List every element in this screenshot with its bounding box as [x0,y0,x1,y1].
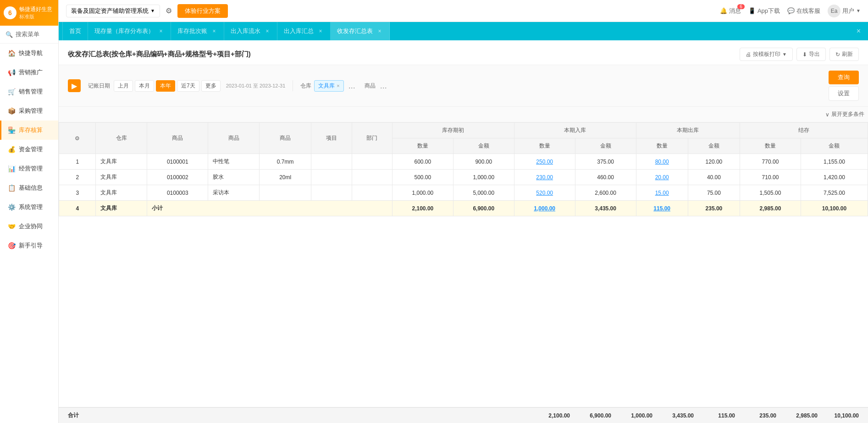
col-opening-qty-header: 数量 [392,138,453,154]
row3-out-qty[interactable]: 15.00 [636,185,688,201]
tab-receipt-summary[interactable]: 收发存汇总表 × [331,22,390,40]
export-icon: ⬇ [802,51,807,58]
inventory-icon: 🏪 [8,126,15,134]
sidebar-item-marketing[interactable]: 📢 营销推广 [0,63,58,82]
date-filter: 上月 本月 本年 近7天 更多 [114,80,221,92]
sidebar-item-base-info[interactable]: 📋 基础信息 [0,178,58,198]
total-balance-amt: 10,100.00 [822,412,863,419]
warehouse-filter-label: 仓库 [300,82,311,90]
tab-close-in-out-summary[interactable]: × [317,28,324,34]
sidebar-item-system[interactable]: ⚙️ 系统管理 [0,198,58,217]
expand-conditions-button[interactable]: ∨ 展开更多条件 [825,110,864,118]
download-icon: 📱 [748,7,756,14]
filter-bar: ▶ 记账日期 上月 本月 本年 近7天 更多 2023-01-01 至 2023… [59,65,868,107]
subtotal-in-qty[interactable]: 1,000.00 [514,201,575,216]
date-btn-last-month[interactable]: 上月 [114,80,133,92]
row2-project [311,170,352,185]
print-button[interactable]: 🖨 按模板打印 ▼ [740,48,793,61]
subtotal-opening-amt: 6,900.00 [453,201,514,216]
logo-icon: 6 [4,6,17,19]
user-chevron-icon: ▼ [856,8,861,13]
warehouse-tag-close[interactable]: × [337,83,339,88]
row2-name: 胶水 [208,170,260,185]
row2-opening-amt: 1,000.00 [453,170,514,185]
table-wrapper: ⚙ 仓库 商品 商品 商品 项目 部门 库存期初 本期入库 本期出库 结存 [59,122,868,407]
base-info-icon: 📋 [8,184,15,192]
table-settings-icon[interactable]: ⚙ [73,134,82,143]
trial-button[interactable]: 体验行业方案 [177,4,228,18]
bell-icon: 🔔 [720,7,727,14]
subtotal-warehouse: 文具库 [96,201,147,216]
warehouse-more-icon[interactable]: ... [347,81,357,91]
sidebar-item-operations[interactable]: 📊 经营管理 [0,159,58,178]
tab-stock-dist[interactable]: 现存量（库存分布表） × [88,22,171,40]
row2-in-qty[interactable]: 230.00 [514,170,575,185]
tab-home[interactable]: 首页 [62,22,88,40]
subtotal-opening-qty: 2,100.00 [392,201,453,216]
enterprise-icon: 🤝 [8,223,15,230]
goods-more-icon[interactable]: ... [378,81,389,91]
app-download-button[interactable]: 📱 App下载 [748,7,780,15]
row3-warehouse: 文具库 [96,185,147,201]
query-button[interactable]: 查询 [829,71,859,84]
notifications-badge: 6 [737,4,745,9]
export-button[interactable]: ⬇ 导出 [796,48,826,61]
total-label: 合计 [63,412,155,419]
col-out-qty-header: 数量 [636,138,688,154]
date-btn-this-month[interactable]: 本月 [135,80,154,92]
row3-out-amt: 75.00 [688,185,740,201]
sidebar-item-guide[interactable]: 🎯 新手引导 [0,236,58,255]
page-header: 收发存汇总表(按仓库+商品编码+商品+规格型号+项目+部门) 🖨 按模板打印 ▼… [59,40,868,65]
col-code-header: 商品 [147,123,208,154]
date-btn-7days[interactable]: 近7天 [177,80,199,92]
online-service-button[interactable]: 💬 在线客服 [787,7,820,15]
col-balance-header: 结存 [740,123,868,138]
settings-button[interactable]: 设置 [829,86,859,101]
filter-toggle-icon: ▶ [72,82,77,90]
tab-close-receipt-summary[interactable]: × [376,28,383,34]
row1-opening-qty: 600.00 [392,154,453,170]
main-area: 装备及固定资产辅助管理系统 ▼ ⚙ 体验行业方案 🔔 消息 6 📱 App下载 … [59,0,868,423]
date-btn-more[interactable]: 更多 [201,80,221,92]
row1-out-amt: 120.00 [688,154,740,170]
sidebar-item-quick-nav[interactable]: 🏠 快捷导航 [0,44,58,63]
system-selector[interactable]: 装备及固定资产辅助管理系统 ▼ [66,5,160,17]
content-area: 收发存汇总表(按仓库+商品编码+商品+规格型号+项目+部门) 🖨 按模板打印 ▼… [59,40,868,423]
sidebar-item-sales[interactable]: 🛒 销售管理 [0,82,58,101]
tab-close-stock-dist[interactable]: × [158,28,164,34]
row1-in-qty[interactable]: 250.00 [514,154,575,170]
col-name-header: 商品 [208,123,260,154]
tab-close-in-out-flow[interactable]: × [264,28,271,34]
subtotal-out-qty[interactable]: 115.00 [636,201,688,216]
sidebar-item-inventory[interactable]: 🏪 库存核算 [0,121,58,140]
total-out-qty: 115.00 [698,412,740,419]
total-opening-qty: 2,100.00 [533,412,575,419]
row1-warehouse: 文具库 [96,154,147,170]
logo-text: 畅捷通好生意 标准版 [19,6,52,20]
tab-close-batch-ledger[interactable]: × [211,28,217,34]
col-balance-amt-header: 金额 [801,138,868,154]
page-title: 收发存汇总表(按仓库+商品编码+商品+规格型号+项目+部门) [68,50,251,59]
tab-close-all[interactable]: × [853,27,864,35]
sidebar-search-item[interactable]: 🔍 搜索菜单 [0,26,58,44]
sidebar-item-purchase[interactable]: 📦 采购管理 [0,101,58,121]
sidebar-item-enterprise[interactable]: 🤝 企业协同 [0,217,58,236]
filter-toggle-button[interactable]: ▶ [68,79,81,92]
date-btn-this-year[interactable]: 本年 [156,80,175,92]
tab-in-out-flow[interactable]: 出入库流水 × [224,22,277,40]
refresh-button[interactable]: ↻ 刷新 [829,48,859,61]
settings-gear-icon[interactable]: ⚙ [166,6,172,15]
user-menu[interactable]: Ea 用户 ▼ [828,5,861,17]
tab-batch-ledger[interactable]: 库存批次账 × [171,22,224,40]
notifications-button[interactable]: 🔔 消息 6 [720,7,741,15]
sidebar-item-finance[interactable]: 💰 资金管理 [0,140,58,159]
tab-in-out-summary[interactable]: 出入库汇总 × [277,22,331,40]
row2-out-qty[interactable]: 20.00 [636,170,688,185]
row3-spec [260,185,311,201]
row1-out-qty[interactable]: 80.00 [636,154,688,170]
col-settings-header: ⚙ [59,123,96,154]
total-balance-qty: 2,985.00 [781,412,822,419]
row1-dept [352,154,392,170]
row3-in-qty[interactable]: 520.00 [514,185,575,201]
purchase-icon: 📦 [8,107,15,115]
